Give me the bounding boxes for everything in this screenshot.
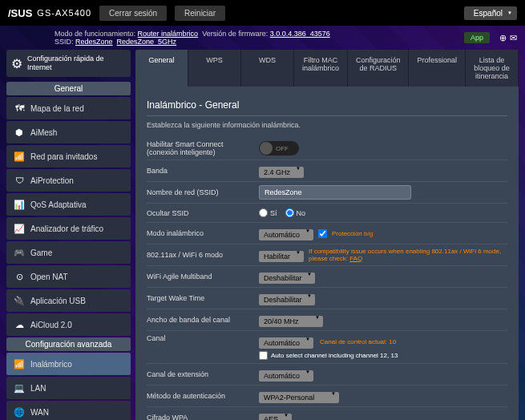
- twt-label: Target Wake Time: [147, 294, 259, 302]
- bandwidth-select[interactable]: 20/40 MHz: [259, 316, 323, 327]
- sidebar-item-aiprotection[interactable]: 🛡AiProtection: [6, 169, 131, 192]
- nav-icon: 📊: [13, 198, 26, 211]
- wireless-mode-label: Modo inalámbrico: [147, 229, 259, 237]
- globe-icon[interactable]: ⊕: [499, 33, 507, 43]
- channel-hint: Canal de control actual: 10: [320, 338, 396, 345]
- ax-mode-label: 802.11ax / WiFi 6 modo: [147, 251, 259, 259]
- nav-icon: 📈: [13, 222, 26, 235]
- main-panel: GeneralWPSWDSFiltro MAC inalámbricoConfi…: [135, 50, 519, 420]
- smart-connect-toggle[interactable]: OFF: [259, 141, 299, 155]
- tab-general[interactable]: General: [135, 50, 188, 87]
- tab-filtro-mac-inalámbrico[interactable]: Filtro MAC inalámbrico: [294, 50, 348, 87]
- brand-logo: /SUS: [8, 7, 32, 19]
- hide-ssid-no[interactable]: No: [285, 208, 306, 217]
- tab-professional[interactable]: Professional: [409, 50, 466, 87]
- tab-wds[interactable]: WDS: [241, 50, 294, 87]
- ssid1-link[interactable]: RedesZone: [75, 38, 113, 46]
- band-label: Banda: [147, 167, 259, 175]
- cipher-label: Cifrado WPA: [147, 414, 259, 420]
- sidebar-item-aplicación-usb[interactable]: 🔌Aplicación USB: [6, 289, 131, 312]
- tab-lista-de-bloqueo-de-itinerancia[interactable]: Lista de bloqueo de itinerancia: [466, 50, 519, 87]
- sidebar: ⚙ Configuración rápida de Internet Gener…: [6, 50, 131, 420]
- tab-configuración-de-radius[interactable]: Configuración de RADIUS: [348, 50, 410, 87]
- language-select[interactable]: Español: [464, 6, 517, 20]
- band-select[interactable]: 2.4 GHz: [259, 167, 304, 178]
- autochannel-checkbox[interactable]: [259, 351, 268, 360]
- model-name: GS-AX5400: [37, 8, 91, 18]
- panel-desc: Establezca la siguiente información inal…: [147, 116, 507, 137]
- reboot-button[interactable]: Reiniciar: [175, 6, 225, 21]
- sidebar-item-wan[interactable]: 🌐WAN: [6, 401, 131, 420]
- wireless-mode-select[interactable]: Automático: [259, 229, 313, 240]
- nav-icon: ⊙: [13, 270, 26, 283]
- sidebar-item-lan[interactable]: 💻LAN: [6, 377, 131, 399]
- sidebar-item-aimesh[interactable]: ⬢AiMesh: [6, 121, 131, 143]
- channel-label: Canal: [147, 334, 259, 342]
- ssid2-link[interactable]: RedesZone_5GHz: [117, 38, 177, 46]
- channel-select[interactable]: Automático: [259, 337, 313, 349]
- nav-icon: 📶: [13, 150, 26, 163]
- agile-label: WiFi Agile Multiband: [147, 273, 259, 281]
- quick-setup-button[interactable]: ⚙ Configuración rápida de Internet: [6, 50, 131, 77]
- protection-checkbox[interactable]: [318, 229, 327, 238]
- logout-button[interactable]: Cerrar sesión: [99, 6, 167, 21]
- sidebar-item-inalámbrico[interactable]: 📶Inalámbrico: [6, 353, 131, 375]
- top-bar: /SUS GS-AX5400 Cerrar sesión Reiniciar E…: [0, 0, 525, 26]
- tabs: GeneralWPSWDSFiltro MAC inalámbricoConfi…: [135, 50, 519, 87]
- sidebar-item-open-nat[interactable]: ⊙Open NAT: [6, 265, 131, 288]
- nav-icon: 🛡: [13, 174, 26, 187]
- nav-icon: 🎮: [13, 246, 26, 259]
- autochannel-label: Auto select channel including channel 12…: [271, 352, 398, 359]
- ssid-input[interactable]: [259, 185, 411, 200]
- panel-title: Inalámbrico - General: [147, 95, 507, 116]
- ext-channel-label: Canal de extensión: [147, 370, 259, 378]
- sidebar-item-mapa-de-la-red[interactable]: 🗺Mapa de la red: [6, 97, 131, 119]
- nav-icon: 🌐: [13, 406, 26, 418]
- fw-label: Versión de firmware:: [202, 30, 268, 38]
- general-header: General: [6, 82, 131, 95]
- sidebar-item-red-para-invitados[interactable]: 📶Red para invitados: [6, 145, 131, 168]
- twt-select[interactable]: Deshabilitar: [259, 294, 315, 305]
- tab-wps[interactable]: WPS: [188, 50, 241, 87]
- sidebar-item-analizador-de-tráfico[interactable]: 📈Analizador de tráfico: [6, 217, 131, 240]
- cipher-select[interactable]: AES: [259, 414, 292, 420]
- feedback-icon[interactable]: ✉: [510, 33, 517, 43]
- protection-label: Protección b/g: [332, 230, 373, 237]
- hide-ssid-yes[interactable]: Sí: [259, 208, 277, 217]
- app-badge[interactable]: App: [464, 32, 490, 43]
- nav-icon: 🔌: [13, 294, 26, 307]
- ssid-field-label: Nombre de red (SSID): [147, 188, 259, 196]
- advanced-header: Configuración avanzada: [6, 337, 131, 351]
- gear-icon: ⚙: [11, 56, 22, 71]
- smart-connect-label: Habilitar Smart Connect (conexión inteli…: [147, 140, 259, 156]
- sidebar-item-game[interactable]: 🎮Game: [6, 241, 131, 264]
- nav-icon: 💻: [13, 382, 26, 394]
- nav-icon: 🗺: [13, 102, 26, 115]
- hide-ssid-label: Ocultar SSID: [147, 209, 259, 217]
- bandwidth-label: Ancho de banda del canal: [147, 316, 259, 324]
- sidebar-item-aicloud-2.0[interactable]: ☁AiCloud 2.0: [6, 313, 131, 336]
- ax-hint: If compatibility issue occurs when enabl…: [309, 248, 507, 262]
- auth-label: Método de autenticación: [147, 392, 259, 400]
- ssid-label: SSID:: [55, 38, 74, 46]
- fw-link[interactable]: 3.0.0.4.386_43576: [270, 30, 330, 38]
- ext-channel-select[interactable]: Automático: [259, 370, 313, 382]
- nav-icon: 📶: [13, 357, 26, 370]
- agile-select[interactable]: Deshabilitar: [259, 273, 315, 284]
- ax-mode-select[interactable]: Habilitar: [259, 251, 304, 262]
- nav-icon: ☁: [13, 318, 26, 331]
- mode-label: Modo de funcionamiento:: [55, 30, 135, 38]
- mode-link[interactable]: Router inalámbrico: [138, 30, 199, 38]
- sidebar-item-qos-adaptativa[interactable]: 📊QoS Adaptativa: [6, 193, 131, 216]
- nav-icon: ⬢: [13, 126, 26, 139]
- quick-setup-label: Configuración rápida de Internet: [27, 55, 126, 72]
- faq-link[interactable]: FAQ: [349, 255, 362, 262]
- auth-select[interactable]: WPA2-Personal: [259, 392, 339, 403]
- info-bar: Modo de funcionamiento: Router inalámbri…: [0, 26, 525, 50]
